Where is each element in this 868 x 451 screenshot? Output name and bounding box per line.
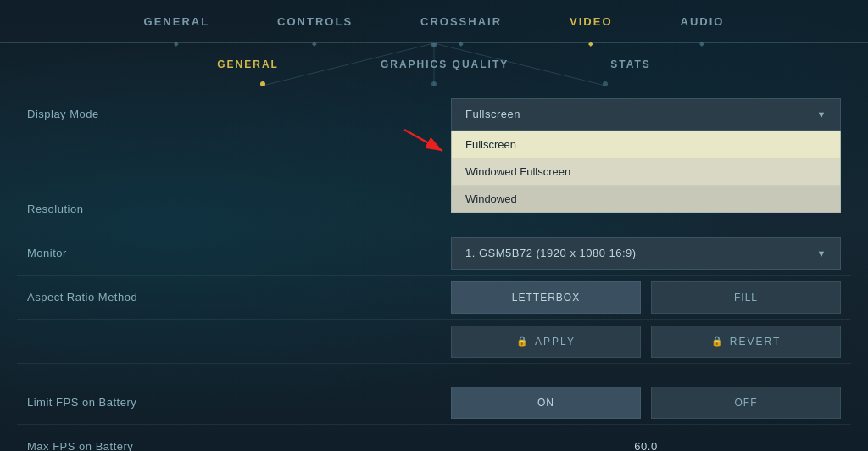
resolution-label: Resolution [27, 203, 451, 215]
limit-fps-on[interactable]: On [451, 387, 641, 419]
display-mode-control: Fullscreen ▼ Fullscreen Windowed Fullscr… [451, 98, 841, 131]
settings-area: Display Mode Fullscreen ▼ Fullscreen Win… [0, 92, 868, 451]
aspect-ratio-fill[interactable]: Fill [651, 281, 841, 314]
apply-button[interactable]: 🔒 APPLY [451, 326, 641, 358]
display-mode-label: Display Mode [27, 108, 451, 120]
aspect-ratio-label: Aspect Ratio Method [27, 291, 451, 303]
limit-fps-off[interactable]: Off [651, 387, 841, 419]
dropdown-option-windowed-fullscreen[interactable]: Windowed Fullscreen [452, 159, 840, 186]
max-fps-label: Max FPS on Battery [27, 440, 451, 451]
monitor-label: Monitor [27, 247, 451, 259]
top-nav: GENERAL CONTROLS CROSSHAIR VIDEO AUDIO [0, 0, 868, 43]
aspect-ratio-toggle-group: Letterbox Fill [451, 281, 841, 314]
revert-button[interactable]: 🔒 REVERT [651, 326, 841, 358]
sub-nav-general[interactable]: GENERAL [166, 43, 330, 86]
limit-fps-label: Limit FPS on Battery [27, 396, 451, 409]
limit-fps-control: On Off [451, 387, 841, 419]
nav-item-crosshair[interactable]: CROSSHAIR [387, 0, 536, 43]
monitor-value: 1. GSM5B72 (1920 x 1080 16:9) [465, 247, 637, 259]
max-fps-row: Max FPS on Battery 60.0 [17, 425, 851, 451]
limit-fps-row: Limit FPS on Battery On Off [17, 381, 851, 425]
display-mode-dropdown-open: Fullscreen Windowed Fullscreen Windowed [451, 131, 841, 213]
sub-nav: GENERAL GRAPHICS QUALITY STATS [0, 43, 868, 86]
sub-nav-graphics-quality[interactable]: GRAPHICS QUALITY [330, 43, 559, 86]
display-mode-dropdown[interactable]: Fullscreen ▼ [451, 98, 841, 131]
display-mode-dropdown-wrapper: Fullscreen ▼ Fullscreen Windowed Fullscr… [451, 98, 841, 131]
dropdown-option-windowed[interactable]: Windowed [452, 186, 840, 212]
section-divider [17, 364, 851, 381]
nav-item-general[interactable]: GENERAL [110, 0, 244, 43]
nav-item-audio[interactable]: AUDIO [647, 0, 759, 43]
monitor-dropdown-arrow-icon: ▼ [817, 248, 826, 259]
apply-revert-row: 🔒 APPLY 🔒 REVERT [17, 320, 851, 364]
apply-label: APPLY [535, 336, 576, 348]
apply-lock-icon: 🔒 [516, 336, 530, 347]
nav-item-video[interactable]: VIDEO [536, 0, 646, 43]
sub-nav-stats[interactable]: STATS [559, 43, 702, 86]
revert-lock-icon: 🔒 [711, 336, 725, 347]
apply-revert-group: 🔒 APPLY 🔒 REVERT [451, 326, 841, 358]
nav-item-controls[interactable]: CONTROLS [243, 0, 387, 43]
apply-revert-control: 🔒 APPLY 🔒 REVERT [451, 326, 841, 358]
display-mode-value: Fullscreen [465, 108, 520, 120]
dropdown-option-fullscreen[interactable]: Fullscreen [452, 131, 840, 159]
max-fps-value: 60.0 [451, 440, 841, 451]
aspect-ratio-control: Letterbox Fill [451, 281, 841, 314]
limit-fps-toggle-group: On Off [451, 387, 841, 419]
max-fps-control: 60.0 [451, 440, 841, 451]
aspect-ratio-letterbox[interactable]: Letterbox [451, 281, 641, 314]
revert-label: REVERT [730, 336, 781, 348]
monitor-dropdown[interactable]: 1. GSM5B72 (1920 x 1080 16:9) ▼ [451, 237, 841, 270]
monitor-row: Monitor 1. GSM5B72 (1920 x 1080 16:9) ▼ [17, 231, 851, 276]
monitor-control: 1. GSM5B72 (1920 x 1080 16:9) ▼ [451, 237, 841, 270]
aspect-ratio-row: Aspect Ratio Method Letterbox Fill [17, 276, 851, 320]
dropdown-arrow-icon: ▼ [817, 109, 826, 120]
display-mode-row: Display Mode Fullscreen ▼ Fullscreen Win… [17, 92, 851, 136]
